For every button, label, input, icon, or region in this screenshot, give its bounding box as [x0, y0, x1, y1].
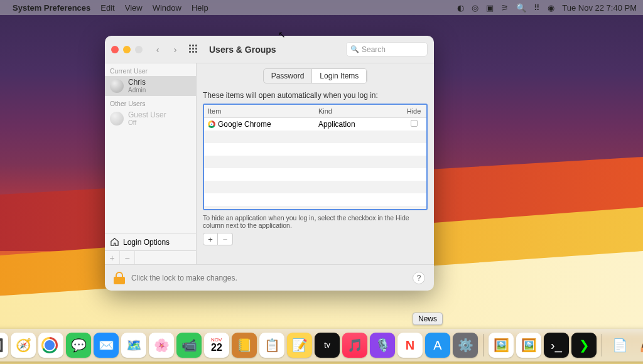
- window-title: Users & Groups: [209, 45, 276, 55]
- home-icon: [110, 237, 119, 247]
- spotlight-icon[interactable]: 🔍: [516, 3, 526, 13]
- avatar-icon: [110, 112, 124, 126]
- login-items-table[interactable]: Item Kind Hide Google ChromeApplication: [203, 104, 428, 210]
- other-users-label: Other Users: [105, 96, 196, 109]
- menu-app-name[interactable]: System Preferences: [13, 3, 90, 13]
- dock-file[interactable]: 📄: [607, 333, 632, 358]
- user-switch-icon[interactable]: ◎: [472, 3, 478, 13]
- lock-bar: Click the lock to make changes. ?: [105, 264, 434, 291]
- col-hide[interactable]: Hide: [401, 105, 426, 117]
- search-placeholder: Search: [362, 45, 386, 54]
- close-icon[interactable]: [111, 46, 119, 53]
- dock-mail[interactable]: ✉️: [94, 333, 119, 358]
- col-item[interactable]: Item: [204, 105, 315, 117]
- dock-tooltip: News: [413, 313, 443, 325]
- dock-photos[interactable]: 🌸: [149, 333, 174, 358]
- lock-icon[interactable]: [114, 272, 125, 284]
- dock-screenshot-2[interactable]: 🖼️: [516, 333, 541, 358]
- zoom-icon: [135, 46, 143, 53]
- dnd-icon[interactable]: ◐: [457, 3, 464, 13]
- back-button[interactable]: ‹: [151, 43, 164, 56]
- dock-maps[interactable]: 🗺️: [121, 333, 146, 358]
- siri-icon[interactable]: ◉: [548, 3, 554, 13]
- chrome-icon: [208, 120, 215, 128]
- dock-downloads[interactable]: 📥: [635, 333, 643, 358]
- dock-appstore[interactable]: A: [425, 333, 450, 358]
- hint-text: To hide an application when you log in, …: [203, 214, 410, 229]
- dock-terminal[interactable]: ›_: [544, 333, 569, 358]
- dock-contacts[interactable]: 📒: [232, 333, 257, 358]
- table-row[interactable]: [204, 131, 426, 143]
- table-row[interactable]: [204, 193, 426, 206]
- table-row[interactable]: Google ChromeApplication: [204, 118, 426, 131]
- remove-user-button: −: [120, 251, 135, 264]
- dock-notes[interactable]: 📝: [287, 333, 312, 358]
- tab-login-items[interactable]: Login Items: [311, 69, 367, 83]
- dock: 🙂 🔲 🧭 💬 ✉️ 🗺️ 🌸 📹 NOV22 📒 📋 📝 tv 🎵 🎙️ N …: [0, 329, 643, 361]
- table-row[interactable]: [204, 181, 426, 193]
- menu-help[interactable]: Help: [192, 3, 208, 13]
- dock-iterm[interactable]: ❯: [571, 333, 597, 358]
- dock-music[interactable]: 🎵: [342, 333, 367, 358]
- dock-launchpad[interactable]: 🔲: [0, 333, 8, 358]
- avatar-icon: [110, 79, 124, 93]
- forward-button: ›: [169, 43, 181, 56]
- tab-password[interactable]: Password: [264, 69, 312, 83]
- dock-podcasts[interactable]: 🎙️: [370, 333, 395, 358]
- dock-screenshot-1[interactable]: 🖼️: [489, 333, 514, 358]
- window-titlebar[interactable]: ‹ › Users & Groups 🔍 Search: [105, 36, 434, 63]
- hide-checkbox[interactable]: [411, 120, 418, 127]
- dock-separator: [602, 334, 602, 356]
- dock-tv[interactable]: tv: [315, 333, 340, 358]
- col-kind[interactable]: Kind: [315, 105, 401, 117]
- minimize-icon[interactable]: [123, 46, 131, 53]
- login-options-button[interactable]: Login Options: [105, 233, 196, 250]
- menu-view[interactable]: View: [125, 3, 143, 13]
- table-row[interactable]: [204, 206, 426, 210]
- table-row[interactable]: [204, 168, 426, 181]
- current-user-label: Current User: [105, 63, 196, 76]
- sidebar-user-guest[interactable]: Guest User Off: [105, 109, 196, 129]
- menubar: System Preferences Edit View Window Help…: [0, 0, 643, 15]
- menu-window[interactable]: Window: [153, 3, 181, 13]
- dock-news[interactable]: N: [397, 333, 423, 358]
- dock-system-preferences[interactable]: ⚙️: [453, 333, 478, 358]
- main-pane: Password Login Items These items will op…: [197, 63, 434, 264]
- menubar-clock[interactable]: Tue Nov 22 7:40 PM: [562, 3, 637, 13]
- table-row[interactable]: [204, 143, 426, 156]
- dock-messages[interactable]: 💬: [66, 333, 91, 358]
- table-row[interactable]: [204, 156, 426, 168]
- add-user-button: +: [105, 251, 120, 264]
- dock-safari[interactable]: 🧭: [11, 333, 36, 358]
- menu-edit[interactable]: Edit: [100, 3, 114, 13]
- login-items-caption: These items will open automatically when…: [203, 91, 428, 100]
- dock-calendar[interactable]: NOV22: [204, 333, 229, 358]
- lock-text: Click the lock to make changes.: [131, 274, 237, 282]
- remove-item-button: −: [218, 233, 233, 245]
- users-sidebar: Current User Chris Admin Other Users Gue…: [105, 63, 197, 264]
- display-icon[interactable]: ▣: [486, 3, 494, 13]
- search-input[interactable]: 🔍 Search: [346, 42, 428, 56]
- tabs: Password Login Items: [263, 68, 368, 83]
- dock-facetime[interactable]: 📹: [176, 333, 202, 358]
- dock-separator: [483, 334, 484, 356]
- show-all-icon[interactable]: [189, 45, 199, 55]
- preferences-window: ‹ › Users & Groups 🔍 Search Current User…: [105, 36, 434, 291]
- sidebar-user-current[interactable]: Chris Admin: [105, 76, 196, 96]
- help-button[interactable]: ?: [413, 272, 425, 284]
- search-icon: 🔍: [350, 45, 359, 53]
- dock-chrome[interactable]: [38, 333, 63, 358]
- wifi-icon[interactable]: ⚞: [501, 3, 509, 13]
- add-item-button[interactable]: +: [203, 233, 218, 245]
- control-center-icon[interactable]: ⠿: [534, 3, 540, 13]
- dock-reminders[interactable]: 📋: [259, 333, 284, 358]
